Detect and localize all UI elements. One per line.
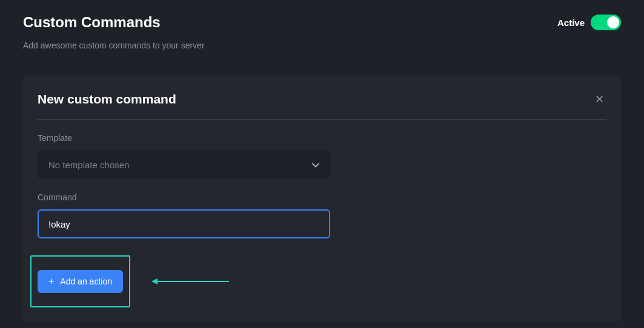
close-icon[interactable]: ✕ [593, 90, 606, 108]
page-subtitle: Add awesome custom commands to your serv… [23, 41, 621, 50]
arrow-head-icon [151, 278, 158, 284]
page-title: Custom Commands [23, 14, 161, 31]
panel-title: New custom command [38, 92, 176, 107]
arrow-line [158, 281, 229, 282]
panel-divider [38, 119, 606, 120]
template-label: Template [38, 133, 606, 143]
add-action-label: Add an action [60, 277, 112, 286]
add-action-button[interactable]: + Add an action [38, 270, 123, 293]
command-input[interactable] [38, 209, 330, 238]
highlight-annotation: + Add an action [30, 255, 130, 307]
new-command-panel: New custom command ✕ Template No templat… [23, 76, 621, 322]
command-label: Command [38, 192, 606, 202]
arrow-annotation [151, 278, 229, 284]
chevron-down-icon [312, 159, 319, 170]
template-select-value: No template chosen [48, 160, 129, 170]
active-toggle[interactable] [591, 15, 621, 30]
active-toggle-wrap: Active [557, 15, 621, 30]
active-toggle-label: Active [557, 18, 585, 28]
toggle-knob [607, 16, 619, 28]
template-select[interactable]: No template chosen [38, 150, 330, 179]
plus-icon: + [48, 276, 54, 287]
